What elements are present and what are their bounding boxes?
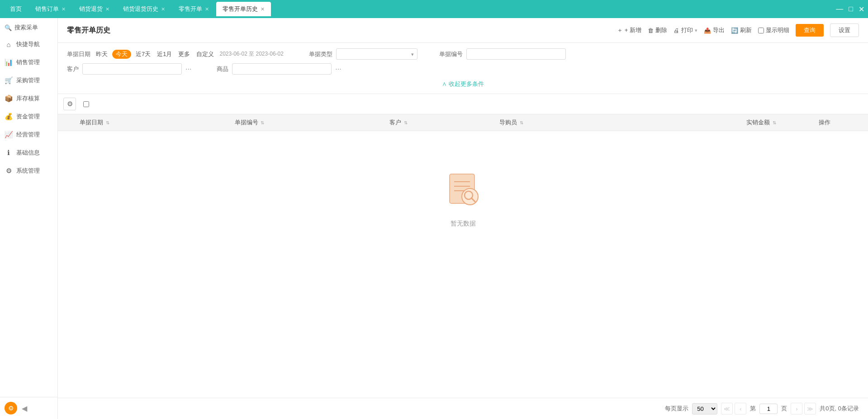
tab-close-retail-order[interactable]: ✕ xyxy=(205,6,209,12)
print-button[interactable]: 🖨 打印 ▾ xyxy=(674,26,697,34)
sidebar-item-inventory[interactable]: 📦 库存核算 xyxy=(0,89,57,108)
customer-dots-button[interactable]: ··· xyxy=(185,65,191,73)
type-filter-group: 单据类型 ▾ xyxy=(309,48,414,60)
add-icon: ＋ xyxy=(617,26,623,34)
last-page-button[interactable]: ≫ xyxy=(804,403,816,414)
basic-info-icon: ℹ xyxy=(5,149,13,157)
table-toolbar: ⚙ xyxy=(58,94,868,114)
date-opt-custom[interactable]: 自定义 xyxy=(194,50,216,59)
filter-row-2: 客户 ··· 商品 ··· xyxy=(67,63,859,75)
collapse-filters-button[interactable]: ∧ 收起更多条件 xyxy=(67,78,859,90)
sidebar-item-quick-nav[interactable]: ⌂ 快捷导航 xyxy=(0,35,57,53)
quick-nav-icon: ⌂ xyxy=(5,41,13,48)
date-opt-7days[interactable]: 近7天 xyxy=(134,50,152,59)
window-controls: — □ ✕ xyxy=(836,5,864,14)
refresh-icon: 🔄 xyxy=(731,27,738,34)
inventory-icon: 📦 xyxy=(5,94,13,103)
sidebar-item-ops-mgmt[interactable]: 📈 经营管理 xyxy=(0,126,57,144)
sidebar-gear-button[interactable]: ⚙ xyxy=(5,402,17,414)
close-btn[interactable]: ✕ xyxy=(859,5,864,14)
page-title: 零售开单历史 xyxy=(67,26,110,35)
sort-number-icon[interactable]: ⇅ xyxy=(261,120,264,125)
empty-text: 暂无数据 xyxy=(451,220,476,228)
table-area: ⚙ 单据日期 ⇅ 单据编号 ⇅ xyxy=(58,94,868,398)
sidebar-item-sys-mgmt[interactable]: ⚙ 系统管理 xyxy=(0,162,57,180)
query-button[interactable]: 查询 xyxy=(796,24,824,37)
first-page-button[interactable]: ≪ xyxy=(721,403,733,414)
sidebar-item-sales-mgmt[interactable]: 📊 销售管理 xyxy=(0,53,57,71)
sidebar-item-basic-info[interactable]: ℹ 基础信息 xyxy=(0,144,57,162)
tab-close-return-history[interactable]: ✕ xyxy=(161,6,165,12)
tab-return-history[interactable]: 销货退货历史 ✕ xyxy=(117,2,171,16)
table-header-row: 单据日期 ⇅ 单据编号 ⇅ 客户 ⇅ xyxy=(58,114,868,131)
sort-guide-icon[interactable]: ⇅ xyxy=(520,120,523,125)
date-options: 昨天 今天 近7天 近1月 更多 自定义 xyxy=(94,50,216,59)
main-layout: 🔍 搜索采单 ⌂ 快捷导航 📊 销售管理 🛒 采购管理 📦 库存核算 💰 资金管… xyxy=(0,18,868,419)
date-filter-label: 单据日期 xyxy=(67,50,90,58)
setting-button[interactable]: 设置 xyxy=(830,24,859,37)
tab-home[interactable]: 首页 xyxy=(4,2,28,16)
page-number-input[interactable] xyxy=(759,404,778,414)
next-page-button[interactable]: › xyxy=(791,403,802,414)
col-amount[interactable]: 实销金额 ⇅ xyxy=(626,114,782,131)
table-wrapper: 单据日期 ⇅ 单据编号 ⇅ 客户 ⇅ xyxy=(58,114,868,398)
date-opt-more[interactable]: 更多 xyxy=(176,50,192,59)
maximize-btn[interactable]: □ xyxy=(849,5,853,14)
customer-filter-group: 客户 ··· xyxy=(67,63,191,75)
page-nav: ≪ ‹ 第 页 › ≫ xyxy=(721,403,816,414)
delete-button[interactable]: 🗑 删除 xyxy=(648,26,667,34)
number-filter-label: 单据编号 xyxy=(439,50,463,58)
tab-retail-history[interactable]: 零售开单历史 ✕ xyxy=(216,2,271,16)
product-filter-input[interactable] xyxy=(232,63,332,75)
filter-row-1: 单据日期 昨天 今天 近7天 近1月 更多 自定义 2023-06-02 至 2… xyxy=(67,48,859,60)
select-all-checkbox[interactable] xyxy=(83,101,89,107)
customer-filter-input[interactable] xyxy=(82,63,182,75)
tab-close-sales-order[interactable]: ✕ xyxy=(62,6,66,12)
date-opt-today[interactable]: 今天 xyxy=(112,50,131,59)
display-detail-checkbox[interactable]: 显示明细 xyxy=(758,26,789,34)
table-settings-icon[interactable]: ⚙ xyxy=(63,98,76,110)
number-filter-input[interactable] xyxy=(466,48,566,60)
date-opt-yesterday[interactable]: 昨天 xyxy=(94,50,109,59)
col-guide[interactable]: 导购员 ⇅ xyxy=(494,114,626,131)
search-icon: 🔍 xyxy=(5,24,12,31)
export-button[interactable]: 📤 导出 xyxy=(704,26,725,34)
product-filter-label: 商品 xyxy=(217,65,228,73)
col-date[interactable]: 单据日期 ⇅ xyxy=(74,114,229,131)
sort-date-icon[interactable]: ⇅ xyxy=(106,120,109,125)
product-dots-button[interactable]: ··· xyxy=(335,65,341,73)
type-filter-label: 单据类型 xyxy=(309,50,332,58)
refresh-button[interactable]: 🔄 刷新 xyxy=(731,26,752,34)
header-actions: ＋ + 新增 🗑 删除 🖨 打印 ▾ 📤 导出 🔄 xyxy=(617,24,859,37)
display-detail-check[interactable] xyxy=(758,28,764,33)
tab-sales-order[interactable]: 销售订单 ✕ xyxy=(29,2,72,16)
col-number[interactable]: 单据编号 ⇅ xyxy=(229,114,384,131)
data-table: 单据日期 ⇅ 单据编号 ⇅ 客户 ⇅ xyxy=(58,114,868,131)
page-size-select[interactable]: 10 20 50 100 xyxy=(692,403,717,414)
tab-close-retail-history[interactable]: ✕ xyxy=(261,6,265,12)
prev-page-button[interactable]: ‹ xyxy=(735,403,746,414)
minimize-btn[interactable]: — xyxy=(836,5,843,14)
delete-icon: 🗑 xyxy=(648,27,654,34)
page-label: 第 xyxy=(750,405,756,413)
tab-close-return[interactable]: ✕ xyxy=(105,6,109,12)
type-select[interactable] xyxy=(336,48,417,60)
date-range-display: 2023-06-02 至 2023-06-02 xyxy=(219,50,283,58)
date-opt-1month[interactable]: 近1月 xyxy=(155,50,174,59)
sidebar-item-purchase-mgmt[interactable]: 🛒 采购管理 xyxy=(0,71,57,89)
sales-mgmt-icon: 📊 xyxy=(5,58,13,66)
sort-amount-icon[interactable]: ⇅ xyxy=(773,120,776,125)
empty-illustration xyxy=(441,167,486,212)
page-size-label: 每页显示 xyxy=(665,405,688,413)
tab-bar: 首页 销售订单 ✕ 销货退货 ✕ 销货退货历史 ✕ 零售开单 ✕ 零售开单历史 … xyxy=(0,0,868,18)
tab-return[interactable]: 销货退货 ✕ xyxy=(73,2,116,16)
col-customer[interactable]: 客户 ⇅ xyxy=(384,114,494,131)
fund-mgmt-icon: 💰 xyxy=(5,113,13,121)
sidebar-collapse-button[interactable]: ◀ xyxy=(22,404,27,413)
sort-customer-icon[interactable]: ⇅ xyxy=(404,120,408,125)
tab-retail-order[interactable]: 零售开单 ✕ xyxy=(172,2,215,16)
sidebar-search[interactable]: 🔍 搜索采单 xyxy=(0,18,57,35)
sidebar-item-fund-mgmt[interactable]: 💰 资金管理 xyxy=(0,108,57,126)
add-button[interactable]: ＋ + 新增 xyxy=(617,26,641,34)
page-label-end: 页 xyxy=(781,405,787,413)
